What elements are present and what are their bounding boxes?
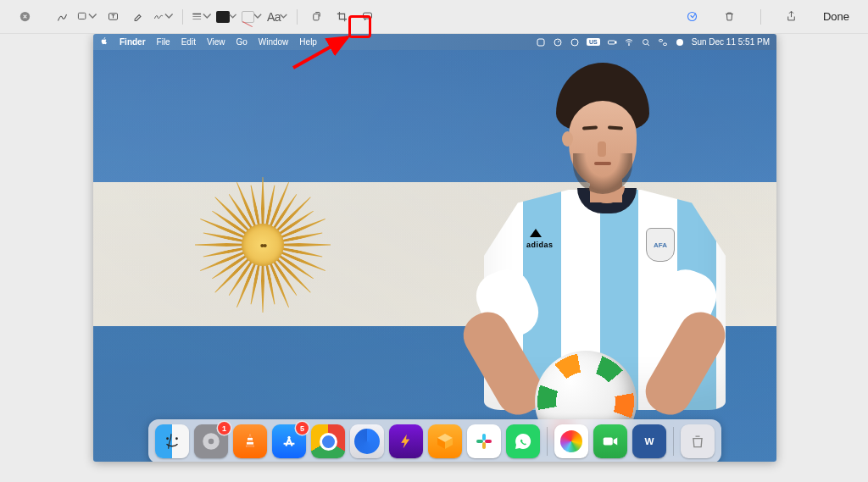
macos-dock: 1 5 [148, 419, 721, 462]
svg-rect-23 [476, 440, 483, 443]
dock-box[interactable] [428, 424, 462, 458]
svg-rect-22 [482, 434, 486, 440]
svg-point-15 [676, 39, 683, 46]
share-icon [785, 10, 798, 23]
separator [297, 9, 298, 25]
sign-dropdown[interactable] [153, 7, 175, 27]
text-tool[interactable] [102, 7, 124, 27]
delete-button[interactable] [719, 7, 741, 27]
pen-icon [56, 10, 69, 23]
border-color-dropdown[interactable] [216, 7, 238, 27]
menubar-datetime[interactable]: Sun Dec 11 5:51 PM [692, 37, 770, 47]
dock-photos[interactable] [554, 424, 588, 458]
svg-point-16 [166, 437, 169, 440]
svg-point-8 [571, 39, 578, 46]
menubar-app-name[interactable]: Finder [120, 37, 146, 47]
box-icon [435, 431, 455, 452]
svg-point-19 [209, 439, 214, 445]
slack-icon [474, 431, 494, 452]
dock-word[interactable]: W [632, 424, 666, 458]
separator [182, 9, 183, 25]
done-button[interactable]: Done [818, 7, 854, 26]
share-button[interactable] [781, 7, 803, 27]
word-icon: W [641, 433, 658, 450]
screenshot-canvas[interactable]: Finder File Edit View Go Window Help US … [93, 34, 776, 462]
dock-slack[interactable] [467, 424, 501, 458]
svg-rect-10 [615, 42, 616, 43]
dock-safari[interactable] [350, 424, 384, 458]
svg-point-11 [628, 44, 629, 45]
desktop-wallpaper: •• adidas AFA [93, 50, 776, 462]
close-icon [19, 10, 31, 23]
svg-rect-13 [659, 39, 662, 42]
apple-icon [100, 36, 108, 46]
menubar-item-view[interactable]: View [207, 37, 225, 47]
sketch-tool[interactable] [51, 7, 73, 27]
fast-icon[interactable] [553, 37, 563, 47]
chevron-down-icon [163, 10, 175, 23]
crop-tool[interactable] [331, 7, 353, 27]
facetime-icon [601, 432, 620, 451]
finder-icon [161, 430, 183, 452]
menubar-status-area: US Sun Dec 11 5:51 PM [536, 37, 770, 47]
menubar-item-go[interactable]: Go [236, 37, 247, 47]
control-center-icon[interactable] [658, 37, 668, 47]
dock-chrome[interactable] [311, 424, 345, 458]
appstore-icon [280, 432, 298, 451]
menubar-item-file[interactable]: File [157, 37, 170, 47]
menubar-item-edit[interactable]: Edit [181, 37, 196, 47]
dock-appstore[interactable]: 5 [272, 424, 306, 458]
dock-finder[interactable] [155, 424, 189, 458]
dock-settings[interactable]: 1 [194, 424, 228, 458]
svg-point-12 [643, 39, 648, 44]
wifi-icon[interactable] [624, 37, 634, 47]
input-source-indicator[interactable]: US [587, 38, 600, 46]
brand-label: adidas [526, 241, 554, 249]
fill-color-dropdown[interactable] [242, 7, 264, 27]
dock-trash[interactable] [681, 424, 715, 458]
search-icon[interactable] [641, 37, 651, 47]
svg-rect-9 [608, 41, 615, 44]
gear-icon [200, 430, 222, 452]
svg-rect-4 [363, 13, 371, 19]
rotate-tool[interactable] [305, 7, 327, 27]
dock-thunder[interactable] [389, 424, 423, 458]
badge-count: 1 [218, 422, 231, 435]
info-icon [686, 10, 698, 23]
chevron-down-icon [278, 10, 289, 23]
svg-point-17 [175, 437, 178, 440]
shortcuts-icon[interactable] [536, 37, 546, 47]
clock-icon[interactable] [570, 37, 580, 47]
shapes-dropdown[interactable] [76, 7, 98, 27]
svg-rect-26 [604, 437, 613, 445]
svg-rect-24 [482, 442, 486, 449]
cone-icon [240, 431, 260, 452]
svg-text:W: W [644, 435, 654, 446]
info-button[interactable] [682, 7, 704, 27]
svg-rect-21 [247, 442, 253, 445]
markup-toolbar: Aa Done [0, 0, 868, 34]
dock-whatsapp[interactable] [506, 424, 540, 458]
speech-bubble-icon [361, 10, 374, 23]
close-button[interactable] [14, 7, 36, 27]
chevron-down-icon [201, 10, 214, 23]
siri-icon[interactable] [675, 37, 685, 47]
separator [760, 9, 761, 25]
apple-menu[interactable] [100, 36, 108, 47]
svg-rect-3 [313, 14, 318, 20]
svg-rect-20 [248, 438, 253, 440]
text-style-dropdown[interactable]: Aa [267, 7, 289, 27]
trash-icon [689, 431, 706, 452]
line-style-dropdown[interactable] [191, 7, 213, 27]
menubar-item-window[interactable]: Window [259, 37, 289, 47]
badge-count: 5 [296, 422, 309, 435]
highlight-icon [132, 10, 145, 23]
menubar-item-help[interactable]: Help [299, 37, 317, 47]
dock-vlc[interactable] [233, 424, 267, 458]
chevron-down-icon [86, 10, 99, 23]
annotate-tool[interactable] [356, 7, 378, 27]
battery-icon[interactable] [607, 37, 617, 47]
dock-facetime[interactable] [593, 424, 627, 458]
highlight-tool[interactable] [127, 7, 149, 27]
svg-rect-1 [78, 13, 85, 19]
